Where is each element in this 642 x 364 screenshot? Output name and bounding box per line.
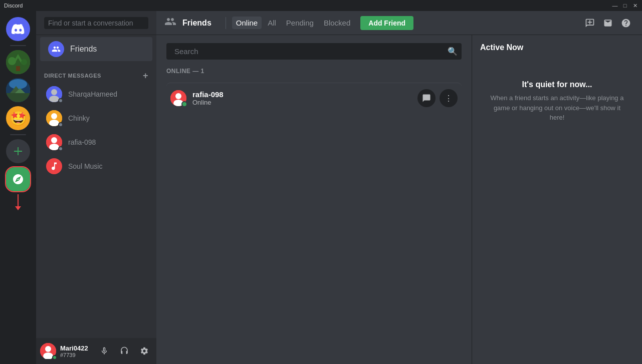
titlebar-title: Discord xyxy=(4,3,23,9)
tab-all[interactable]: All xyxy=(264,17,280,29)
status-offline-rafia xyxy=(58,146,63,151)
dm-item-chinky[interactable]: Chinky xyxy=(40,106,152,130)
user-info: Mari0422 #7739 xyxy=(60,344,92,358)
app-layout: 🤩 Explore Public Servers xyxy=(0,11,642,364)
friend-status-rafia: Online xyxy=(192,99,417,106)
svg-point-24 xyxy=(175,93,181,99)
user-controls xyxy=(96,343,152,359)
dm-item-name-soulmusic: Soul Music xyxy=(68,162,102,170)
friends-content: 🔍 ONLINE — 1 xyxy=(156,35,642,364)
search-icon: 🔍 xyxy=(448,47,458,56)
svg-rect-10 xyxy=(6,93,30,102)
server-icon-forest[interactable] xyxy=(6,50,30,74)
status-offline-chinky xyxy=(58,122,63,127)
minimize-button[interactable]: — xyxy=(612,3,618,9)
user-avatar xyxy=(40,343,56,359)
server-icon-landscape[interactable] xyxy=(6,78,30,102)
user-panel: Mari0422 #7739 xyxy=(36,338,156,364)
status-offline xyxy=(58,98,63,103)
server-icon-explore[interactable] xyxy=(6,167,30,191)
user-name: Mari0422 xyxy=(60,344,92,352)
active-now-panel: Active Now It's quiet for now... When a … xyxy=(472,35,642,364)
more-options-button[interactable]: ⋮ xyxy=(440,89,458,107)
svg-point-7 xyxy=(9,79,27,89)
active-now-empty-text: When a friend starts an activity—like pl… xyxy=(488,93,626,123)
titlebar-controls: — □ ✕ xyxy=(612,3,638,9)
dm-add-button[interactable]: + xyxy=(143,71,148,80)
friend-status-dot xyxy=(181,101,187,107)
dm-item-sharqa[interactable]: SharqaHameed xyxy=(40,82,152,106)
server-divider-2 xyxy=(10,134,26,135)
server-icon-home[interactable] xyxy=(6,17,30,41)
dm-list: SharqaHameed Chinky xyxy=(36,82,156,338)
sidebar-item-friends[interactable]: Friends xyxy=(40,37,152,61)
close-button[interactable]: ✕ xyxy=(632,3,638,9)
dm-item-name-rafia: rafia-098 xyxy=(68,138,96,146)
friends-icon xyxy=(48,41,64,57)
dm-section-header: DIRECT MESSAGES + xyxy=(36,63,156,82)
svg-rect-3 xyxy=(16,66,20,71)
tab-online[interactable]: Online xyxy=(232,17,262,29)
user-tag: #7739 xyxy=(60,352,92,358)
server-divider xyxy=(10,45,26,46)
dm-item-soulmusic[interactable]: Soul Music xyxy=(40,154,152,178)
search-input[interactable] xyxy=(44,17,148,29)
online-header: ONLINE — 1 xyxy=(166,68,462,75)
add-friend-button[interactable]: Add Friend xyxy=(360,16,413,30)
dm-sidebar: Friends DIRECT MESSAGES + xyxy=(36,11,156,364)
message-friend-button[interactable] xyxy=(417,89,436,107)
inbox-button[interactable] xyxy=(600,15,616,31)
dm-item-rafia[interactable]: rafia-098 xyxy=(40,130,152,154)
dm-item-name-chinky: Chinky xyxy=(68,114,90,122)
main-content: Friends Online All Pending Blocked Add F… xyxy=(156,11,642,364)
arrow-indicator xyxy=(15,194,21,210)
friend-name-rafia: rafia-098 xyxy=(192,90,417,99)
friends-search-wrap: 🔍 xyxy=(166,43,462,60)
svg-point-5 xyxy=(21,59,27,65)
tab-blocked[interactable]: Blocked xyxy=(320,17,354,29)
friends-label: Friends xyxy=(70,45,97,54)
server-icon-add[interactable] xyxy=(6,139,30,163)
dm-search-bar xyxy=(36,11,156,35)
friend-avatar-rafia xyxy=(170,90,186,106)
maximize-button[interactable]: □ xyxy=(622,3,628,9)
server-sidebar: 🤩 Explore Public Servers xyxy=(0,11,36,364)
svg-point-18 xyxy=(51,137,57,143)
avatar-chinky xyxy=(46,110,62,126)
friend-actions-rafia: ⋮ xyxy=(417,89,458,107)
svg-point-21 xyxy=(45,346,51,352)
active-now-empty-title: It's quiet for now... xyxy=(488,80,626,89)
avatar-sharqa xyxy=(46,86,62,102)
dm-section-label: DIRECT MESSAGES xyxy=(44,73,101,79)
top-nav: Friends Online All Pending Blocked Add F… xyxy=(156,11,642,35)
user-status-dot xyxy=(52,355,57,360)
friends-search: 🔍 xyxy=(166,43,462,60)
friends-nav-icon xyxy=(164,16,176,30)
friend-row-rafia[interactable]: rafia-098 Online ⋮ xyxy=(166,83,462,113)
active-now-title: Active Now xyxy=(480,43,634,52)
tab-pending[interactable]: Pending xyxy=(282,17,318,29)
svg-point-12 xyxy=(51,89,57,95)
active-now-empty: It's quiet for now... When a friend star… xyxy=(480,60,634,143)
server-icon-emoji[interactable]: 🤩 xyxy=(6,106,30,130)
titlebar: Discord — □ ✕ xyxy=(0,0,642,11)
server-dm-icon-soulmusic xyxy=(46,158,62,174)
svg-point-4 xyxy=(8,57,16,65)
nav-title: Friends xyxy=(182,19,211,28)
friends-list-area: 🔍 ONLINE — 1 xyxy=(156,35,472,364)
friends-search-input[interactable] xyxy=(170,43,448,60)
new-dm-button[interactable] xyxy=(582,15,598,31)
headset-button[interactable] xyxy=(116,343,132,359)
mic-button[interactable] xyxy=(96,343,112,359)
friend-info-rafia: rafia-098 Online xyxy=(192,90,417,106)
help-button[interactable] xyxy=(618,15,634,31)
nav-separator xyxy=(226,17,226,29)
svg-point-15 xyxy=(51,113,57,119)
settings-button[interactable] xyxy=(136,343,152,359)
explore-tooltip-container: Explore Public Servers xyxy=(6,167,30,191)
avatar-rafia xyxy=(46,134,62,150)
dm-item-name-sharqa: SharqaHameed xyxy=(68,90,117,98)
